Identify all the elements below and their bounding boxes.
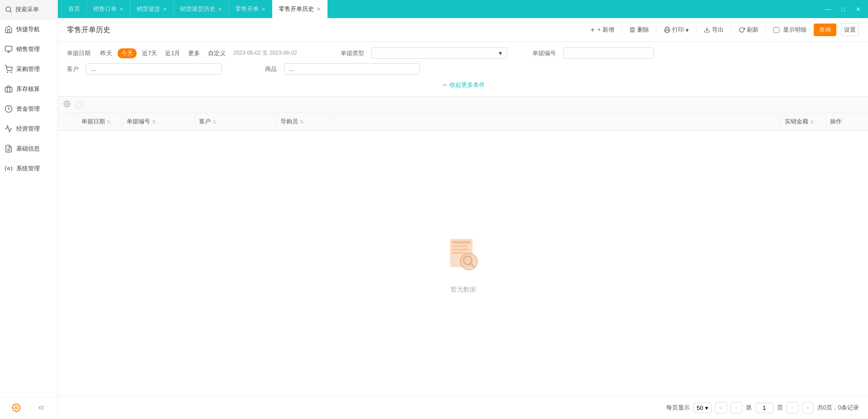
operations-icon (5, 125, 13, 133)
svg-point-5 (7, 72, 8, 73)
sidebar-item-quick-nav[interactable]: 快捷导航 (0, 19, 57, 39)
show-detail-checkbox[interactable] (773, 27, 779, 33)
page-size-chevron: ▾ (705, 405, 708, 411)
sidebar-item-purchase-mgmt[interactable]: 采购管理 (0, 59, 57, 79)
date-opt-today[interactable]: 今天 (118, 48, 137, 58)
window-close-btn[interactable]: ✕ (852, 4, 864, 14)
window-minimize-btn[interactable]: — (821, 4, 834, 14)
svg-rect-20 (452, 245, 467, 247)
search-icon (5, 5, 13, 14)
tab-sales-order[interactable]: 销售订单 ✕ (87, 0, 130, 18)
toolbar-divider (696, 26, 697, 33)
sort-icon[interactable]: ⇅ (810, 119, 814, 124)
th-doc-no[interactable]: 单据编号 ⇅ (123, 113, 195, 130)
date-opt-7days[interactable]: 近7天 (139, 48, 160, 58)
refresh-icon (739, 27, 745, 33)
page-input[interactable] (755, 403, 773, 413)
svg-rect-21 (452, 249, 469, 250)
last-page-btn[interactable]: » (802, 402, 814, 414)
sort-icon[interactable]: ⇅ (107, 119, 110, 124)
collapse-sidebar-btn[interactable] (37, 403, 46, 414)
delete-button[interactable]: 删除 (626, 24, 652, 36)
tab-close-icon[interactable]: ✕ (317, 6, 321, 12)
svg-point-11 (8, 168, 10, 170)
total-info: 共0页，0条记录 (817, 404, 859, 412)
table-settings-btn[interactable] (63, 100, 71, 109)
page-size-select[interactable]: 50 ▾ (693, 403, 711, 413)
date-opt-more[interactable]: 更多 (185, 48, 203, 58)
settings-button[interactable]: 设置 (841, 24, 859, 36)
add-button[interactable]: + 新增 (587, 24, 617, 36)
customer-label: 客户 (67, 65, 79, 73)
th-salesperson[interactable]: 导购员 ⇅ (277, 113, 331, 130)
home-icon (5, 25, 13, 33)
sidebar-item-sales-mgmt[interactable]: 销售管理 (0, 39, 57, 59)
refresh-button[interactable]: 刷新 (736, 24, 761, 36)
doc-type-select[interactable]: ▾ (371, 47, 507, 59)
settings-icon (63, 100, 71, 108)
collapse-more-btn[interactable]: 收起更多条件 (67, 79, 859, 91)
print-dropdown-icon[interactable]: ▾ (686, 27, 689, 33)
window-maximize-btn[interactable]: □ (838, 4, 849, 14)
sort-icon[interactable]: ⇅ (152, 119, 156, 124)
tab-close-icon[interactable]: ✕ (218, 6, 222, 12)
sidebar: 搜索采单 快捷导航 销售管理 采购管理 库存核算 资金管理 经营管理 (0, 0, 58, 419)
tab-close-icon[interactable]: ✕ (119, 6, 123, 12)
tab-retail-open[interactable]: 零售开单 ✕ (229, 0, 272, 18)
filter-row-1: 单据日期 昨天 今天 近7天 近1月 更多 自定义 2023-06-02 至 2… (67, 47, 859, 59)
th-date[interactable]: 单据日期 ⇅ (78, 113, 123, 130)
tab-close-icon[interactable]: ✕ (261, 6, 266, 12)
sidebar-item-inventory[interactable]: 库存核算 (0, 79, 57, 99)
sidebar-item-operations[interactable]: 经营管理 (0, 119, 57, 139)
svg-rect-2 (5, 46, 12, 51)
sidebar-item-system[interactable]: 系统管理 (0, 159, 57, 179)
page-unit: 页 (777, 404, 783, 412)
toolbar-divider (731, 26, 731, 33)
th-checkbox (63, 113, 78, 130)
date-opt-custom[interactable]: 自定义 (205, 48, 228, 58)
svg-point-6 (11, 72, 12, 73)
svg-rect-7 (5, 87, 12, 92)
first-page-btn[interactable]: « (715, 402, 727, 414)
next-page-btn[interactable]: › (787, 402, 798, 414)
page-label: 第 (746, 404, 752, 412)
empty-data-icon (441, 233, 486, 278)
tab-sales-return[interactable]: 销货退货 ✕ (130, 0, 174, 18)
chevron-up-icon (441, 82, 448, 88)
query-button[interactable]: 查询 (814, 24, 836, 36)
date-options: 昨天 今天 近7天 近1月 更多 自定义 2023-06-02 至 2023-0… (98, 48, 297, 58)
doc-no-input[interactable] (563, 47, 654, 59)
tab-close-icon[interactable]: ✕ (163, 6, 167, 12)
date-opt-yesterday[interactable]: 昨天 (98, 48, 115, 58)
print-icon (664, 27, 670, 33)
sidebar-item-finance[interactable]: 资金管理 (0, 99, 57, 119)
sort-icon[interactable]: ⇅ (300, 119, 304, 124)
content-area: 零售开单历史 + 新增 删除 打印 ▾ (58, 18, 868, 419)
customer-select[interactable]: ... (86, 63, 222, 75)
product-select[interactable]: ... (284, 63, 420, 75)
select-all-checkbox[interactable] (76, 102, 82, 108)
sort-icon[interactable]: ⇅ (213, 119, 216, 124)
sidebar-item-basic-info[interactable]: 基础信息 (0, 139, 57, 159)
sidebar-item-label: 基础信息 (16, 145, 40, 153)
export-button[interactable]: 导出 (701, 24, 726, 36)
th-amount[interactable]: 实销金额 ⇅ (781, 113, 826, 130)
finance-icon (5, 105, 13, 113)
product-label: 商品 (265, 65, 277, 73)
svg-point-17 (66, 103, 68, 105)
date-opt-1month[interactable]: 近1月 (162, 48, 183, 58)
svg-rect-15 (666, 30, 669, 33)
page-title: 零售开单历史 (67, 25, 110, 35)
tab-bar: 首页 销售订单 ✕ 销货退货 ✕ 销货退货历史 ✕ 零售开单 ✕ 零售开单历史 … (58, 0, 868, 18)
show-detail-btn[interactable]: 显示明细 (771, 24, 809, 36)
collapse-icon (37, 403, 46, 412)
filter-row-2: 客户 ... 商品 ... (67, 63, 859, 75)
tab-retail-open-history[interactable]: 零售开单历史 ✕ (272, 0, 327, 18)
th-customer[interactable]: 客户 ⇅ (195, 113, 277, 130)
sidebar-search[interactable]: 搜索采单 (0, 0, 57, 19)
print-button[interactable]: 打印 ▾ (661, 24, 692, 36)
tab-sales-return-history[interactable]: 销货退货历史 ✕ (174, 0, 229, 18)
settings-footer-btn[interactable] (12, 403, 21, 414)
tab-home[interactable]: 首页 (62, 0, 87, 18)
prev-page-btn[interactable]: ‹ (730, 402, 742, 414)
